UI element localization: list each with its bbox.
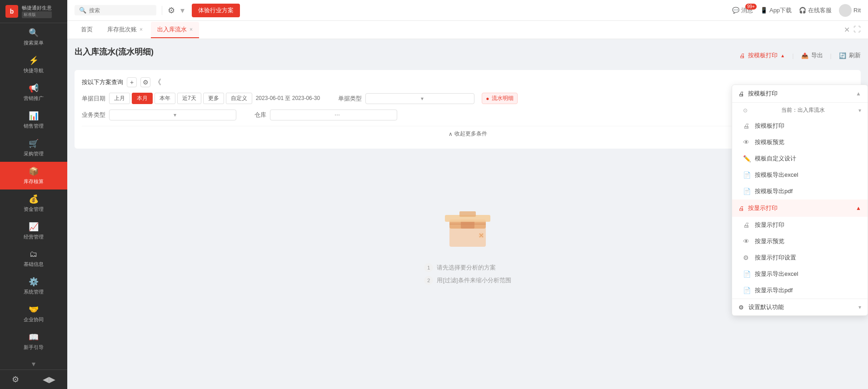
date-btn-more[interactable]: 更多 (203, 93, 224, 104)
date-btn-7days[interactable]: 近7天 (177, 93, 201, 104)
dropdown-item-display-preview[interactable]: 👁 按显示预览 (732, 233, 868, 249)
sidebar-item-label: 销售管理 (24, 123, 44, 130)
filter-collapse-btn[interactable]: 《 (154, 78, 161, 87)
page-title: 出入库流水(流水明细) (75, 46, 154, 57)
dropdown-item-display-settings[interactable]: ⚙ 按显示打印设置 (732, 249, 868, 266)
display-settings-icon: ⚙ (743, 254, 750, 261)
sidebar-item-sales[interactable]: 📊 销售管理 (0, 106, 67, 134)
sidebar-item-label: 搜索菜单 (24, 40, 44, 46)
filter-settings-btn[interactable]: ⚙ (140, 77, 150, 87)
template-print-label: 按模板打印 (748, 51, 778, 60)
sidebar-logo: b 畅捷通好生意 标准版 (0, 0, 67, 23)
dropdown-header[interactable]: 🖨 按模板打印 ▲ (732, 85, 868, 103)
dropdown-header-title: 🖨 按模板打印 (738, 90, 778, 98)
tab-batch-close[interactable]: × (140, 26, 143, 33)
tabbar-right: ✕ ⛶ (844, 25, 861, 34)
sidebar-bottom: ⚙ ◀▶ (0, 369, 67, 389)
dropdown-item-template-export-pdf[interactable]: 📄 按模板导出pdf (732, 183, 868, 199)
sidebar-scroll-down[interactable]: ▼ (0, 359, 67, 369)
tab-flow-close[interactable]: × (190, 26, 193, 33)
filter-add-btn[interactable]: + (127, 77, 137, 87)
tabbar-maximize-icon[interactable]: ⛶ (853, 25, 861, 34)
tab-home[interactable]: 首页 (75, 22, 99, 38)
sidebar-item-label: 采购管理 (24, 150, 44, 157)
sidebar-item-label: 企业协同 (24, 316, 44, 323)
warehouse-arrow-icon: ⋯ (334, 112, 392, 118)
empty-step-2: 2 用[过滤]条件来缩小分析范围 (424, 276, 511, 285)
tabbar-close-all-icon[interactable]: ✕ (844, 25, 850, 34)
sidebar-item-label: 系统管理 (24, 289, 44, 295)
search-input[interactable] (89, 7, 144, 14)
operations-icon: 📈 (29, 222, 39, 232)
tab-flow[interactable]: 出入库流水 × (151, 22, 199, 38)
sidebar-item-marketing[interactable]: 📢 营销推广 (0, 79, 67, 106)
filter-doctype-select[interactable]: ▾ (365, 93, 474, 104)
topbar-dropdown-icon[interactable]: ▾ (180, 5, 185, 15)
filter-tag-text: 流水明细 (492, 95, 514, 102)
dropdown-item-display-print[interactable]: 🖨 按显示打印 (732, 217, 868, 233)
settings-bottom-icon[interactable]: ⚙ (12, 374, 19, 384)
filter-header-label: 按以下方案查询 (82, 78, 123, 86)
sidebar-item-quicknav[interactable]: ⚡ 快捷导航 (0, 51, 67, 79)
sidebar-item-enterprise[interactable]: 🤝 企业协同 (0, 300, 67, 328)
template-excel-icon: 📄 (743, 171, 750, 179)
online-service-label: 在线客服 (808, 6, 832, 15)
sidebar-item-finance[interactable]: 💰 资金管理 (0, 190, 67, 217)
sidebar-item-base[interactable]: 🗂 基础信息 (0, 245, 67, 272)
dropdown-item-template-preview[interactable]: 👁 按模板预览 (732, 134, 868, 150)
template-print-btn[interactable]: 🖨 按模板打印 ▲ (739, 51, 785, 60)
sidebar-item-guide[interactable]: 📖 新手引导 (0, 328, 67, 355)
filter-doctype-field: 单据类型 ▾ (338, 93, 474, 104)
sidebar-item-search[interactable]: 🔍 搜索菜单 (0, 23, 67, 51)
topbar-right: 💬 消息 99+ 📱 App下载 🎧 在线客服 Rit (732, 4, 861, 17)
user-avatar[interactable]: Rit (839, 4, 861, 17)
sidebar-item-purchase[interactable]: 🛒 采购管理 (0, 134, 67, 162)
filter-biztype-select[interactable]: ▾ (109, 110, 236, 120)
tab-batch[interactable]: 库存批次账 × (101, 22, 149, 38)
filter-tag-icon: ● (486, 95, 489, 102)
filter-warehouse-field: 仓库 ⋯ (254, 110, 397, 120)
app-download-btn[interactable]: 📱 App下载 (760, 6, 792, 15)
sidebar-item-appcenter[interactable]: 🔲 应用中心 (0, 355, 67, 359)
date-btn-custom[interactable]: 自定义 (226, 93, 252, 104)
filter-active-tag[interactable]: ● 流水明细 (482, 93, 518, 104)
collapse-sidebar-icon[interactable]: ◀▶ (43, 374, 55, 384)
marketing-icon: 📢 (29, 83, 39, 93)
online-service-btn[interactable]: 🎧 在线客服 (799, 6, 832, 15)
template-print-item-icon: 🖨 (743, 122, 750, 130)
sidebar-item-operations[interactable]: 📈 经营管理 (0, 217, 67, 245)
footer-arrow-icon: ▾ (858, 304, 861, 310)
sidebar-item-inventory[interactable]: 📦 库存核算 (0, 162, 67, 190)
finance-icon: 💰 (29, 194, 39, 204)
date-btn-this-year[interactable]: 本年 (155, 93, 175, 104)
date-btn-last-month[interactable]: 上月 (109, 93, 130, 104)
display-preview-label: 按显示预览 (755, 237, 784, 245)
topbar-settings-icon[interactable]: ⚙ (168, 5, 175, 15)
biztype-arrow-icon: ▾ (174, 112, 231, 118)
dropdown-item-display-export-pdf[interactable]: 📄 按显示导出pdf (732, 282, 868, 299)
dropdown-display-section-header[interactable]: 🖨 按显示打印 ▲ (732, 199, 868, 217)
template-design-item-icon: ✏️ (743, 155, 750, 162)
dropdown-item-template-design[interactable]: ✏️ 模板自定义设计 (732, 150, 868, 167)
filter-biztype-label: 业务类型 (82, 111, 105, 119)
dropdown-item-template-print[interactable]: 🖨 按模板打印 (732, 118, 868, 134)
purchase-icon: 🛒 (29, 139, 39, 149)
dropdown-footer[interactable]: ⚙ 设置默认功能 ▾ (732, 299, 868, 315)
filter-warehouse-select[interactable]: ⋯ (270, 110, 397, 120)
sidebar-scroll: 🔍 搜索菜单 ⚡ 快捷导航 📢 营销推广 📊 销售管理 🛒 采购管理 📦 (0, 23, 67, 359)
trial-btn[interactable]: 体验行业方案 (192, 4, 240, 17)
sidebar-item-label: 资金管理 (24, 206, 44, 213)
dropdown-item-template-export-excel[interactable]: 📄 按模板导出excel (732, 167, 868, 183)
export-btn[interactable]: 📤 导出 (801, 51, 823, 60)
display-settings-label: 按显示打印设置 (755, 254, 796, 262)
dropdown-item-display-export-excel[interactable]: 📄 按显示导出excel (732, 266, 868, 282)
sidebar-item-label: 基础信息 (24, 261, 44, 268)
date-range-text: 2023-06-01 至 2023-06-30 (256, 95, 320, 102)
sidebar-item-system[interactable]: ⚙️ 系统管理 (0, 272, 67, 300)
topbar-search[interactable]: 🔍 (75, 5, 156, 15)
search-icon: 🔍 (29, 28, 39, 38)
message-btn[interactable]: 💬 消息 99+ (732, 6, 753, 15)
date-btn-this-month[interactable]: 本月 (132, 93, 153, 104)
refresh-btn[interactable]: 🔄 刷新 (839, 51, 861, 60)
step-1-text: 请先选择要分析的方案 (437, 264, 496, 272)
